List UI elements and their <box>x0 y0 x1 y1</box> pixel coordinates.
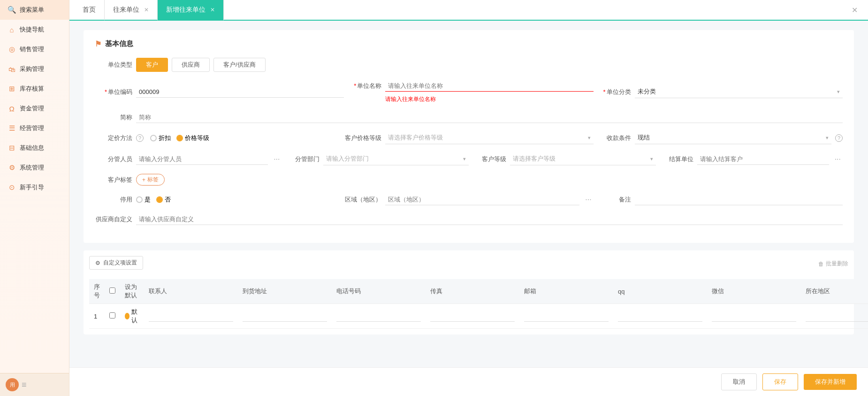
sidebar-item-search-menu[interactable]: 🔍 搜索菜单 <box>0 0 69 20</box>
unit-type-supplier-btn[interactable]: 供应商 <box>172 58 210 72</box>
payment-terms-group: 收款条件 现结 ▾ ? <box>594 132 843 144</box>
department-label: 分管部门 <box>282 155 320 163</box>
col-region: 所在地区 <box>801 279 868 304</box>
unit-category-group: *单位分类 未分类 ▾ <box>594 85 843 98</box>
col-default: 设为默认 <box>120 279 144 304</box>
sidebar-item-fund-mgmt[interactable]: Ω 资金管理 <box>0 99 69 118</box>
col-fax: 传真 <box>426 279 519 304</box>
settlement-input[interactable] <box>697 154 829 165</box>
sidebar-item-label: 销售管理 <box>20 45 44 54</box>
wechat-input[interactable] <box>712 311 796 322</box>
manager-input[interactable] <box>136 154 268 165</box>
search-menu-icon: 🔍 <box>8 6 16 14</box>
sales-icon: ◎ <box>8 45 16 54</box>
disabled-no-radio[interactable]: 否 <box>156 195 171 204</box>
settlement-unit-group: 结算单位 ··· <box>656 154 843 165</box>
col-email: 邮箱 <box>519 279 613 304</box>
pricing-row: 定价方法 ? 折扣 价格等级 客户价格等级 <box>95 132 843 144</box>
customer-level-select[interactable]: 请选择客户等级 ▾ <box>510 153 656 165</box>
save-button[interactable]: 保存 <box>762 373 798 390</box>
manager-more-btn[interactable]: ··· <box>272 155 282 163</box>
row-seq: 1 <box>89 304 105 329</box>
unit-name-input[interactable] <box>385 80 593 92</box>
sidebar-item-stock-calc[interactable]: ⊞ 库存核算 <box>0 79 69 99</box>
payment-terms-select[interactable]: 现结 ▾ <box>635 132 831 144</box>
yes-radio-circle <box>136 196 143 203</box>
remarks-input[interactable] <box>635 194 843 205</box>
col-wechat: 微信 <box>707 279 801 304</box>
phone-input[interactable] <box>336 311 421 322</box>
short-name-input[interactable] <box>136 112 843 123</box>
basic-info-section: ⚑ 基本信息 单位类型 客户 供应商 客户/供应商 *单位编码 <box>84 30 854 243</box>
customer-level-chevron: ▾ <box>650 156 653 162</box>
remarks-group: 备注 <box>594 194 843 205</box>
region-more-btn[interactable]: ··· <box>583 195 593 204</box>
email-input[interactable] <box>524 311 609 322</box>
short-name-group: 简称 <box>95 112 843 123</box>
short-name-row: 简称 <box>95 112 843 123</box>
row-checkbox-cell <box>105 304 120 329</box>
sidebar-item-guide[interactable]: ⊙ 新手引导 <box>0 178 69 197</box>
unit-type-label: 单位类型 <box>95 61 132 69</box>
tab-home[interactable]: 首页 <box>74 0 105 20</box>
row-checkbox[interactable] <box>109 312 115 318</box>
row-region-input[interactable] <box>806 311 868 322</box>
tab-partner-close[interactable]: ✕ <box>144 7 149 13</box>
disabled-yes-radio[interactable]: 是 <box>136 195 151 204</box>
fax-input[interactable] <box>430 311 515 322</box>
qq-input[interactable] <box>618 311 702 322</box>
save-new-button[interactable]: 保存并新增 <box>804 374 857 390</box>
pricing-help-icon[interactable]: ? <box>136 134 144 142</box>
pricing-method-group: 定价方法 ? 折扣 价格等级 <box>95 134 344 142</box>
batch-delete-btn[interactable]: 🗑 批量删除 <box>818 260 848 268</box>
short-name-label: 简称 <box>95 113 132 122</box>
unit-type-customer-btn[interactable]: 客户 <box>136 58 168 72</box>
col-qq: qq <box>613 279 707 304</box>
sidebar-item-label: 采购管理 <box>20 65 44 73</box>
cancel-button[interactable]: 取消 <box>721 373 757 390</box>
unit-code-input[interactable] <box>136 86 344 98</box>
window-close-button[interactable]: ✕ <box>846 6 863 15</box>
row-contact <box>144 304 238 329</box>
pricing-level-radio[interactable]: 价格等级 <box>176 134 209 142</box>
user-expand-icon: ≡ <box>22 380 27 390</box>
unit-category-select[interactable]: 未分类 ▾ <box>635 85 843 98</box>
code-name-category-row: *单位编码 *单位名称 请输入往来单位名称 *单位分类 未分类 <box>95 80 843 103</box>
tab-partner[interactable]: 往来单位 ✕ <box>105 0 158 20</box>
settlement-more-btn[interactable]: ··· <box>833 155 843 163</box>
plus-icon: + <box>142 177 145 183</box>
address-input[interactable] <box>243 311 327 322</box>
region-input[interactable] <box>385 194 579 205</box>
sidebar-item-basic-info[interactable]: ⊟ 基础信息 <box>0 138 69 158</box>
dept-chevron: ▾ <box>463 156 466 162</box>
supplier-custom-input[interactable] <box>136 214 843 225</box>
sidebar-item-purchase-mgmt[interactable]: 🛍 采购管理 <box>0 59 69 79</box>
sidebar-item-sales-mgmt[interactable]: ◎ 销售管理 <box>0 39 69 59</box>
sidebar-item-sys-mgmt[interactable]: ⚙ 系统管理 <box>0 158 69 178</box>
customer-price-level-select[interactable]: 请选择客户价格等级 ▾ <box>385 132 593 144</box>
payment-terms-help-icon[interactable]: ? <box>835 134 843 142</box>
row-default-radio[interactable]: 默认 <box>125 308 139 325</box>
col-seq: 序号 <box>89 279 105 304</box>
sidebar-item-quick-nav[interactable]: ⌂ 快捷导航 <box>0 20 69 39</box>
unit-type-both-btn[interactable]: 客户/供应商 <box>213 58 266 72</box>
disabled-group: 停用 是 否 <box>95 195 344 204</box>
custom-settings-btn[interactable]: ⚙ 自定义项设置 <box>89 256 143 270</box>
manager-label: 分管人员 <box>95 155 132 163</box>
department-group: 分管部门 请输入分管部门 ▾ <box>282 153 469 165</box>
customer-level-group: 客户等级 请选择客户等级 ▾ <box>469 153 656 165</box>
sidebar-item-label: 快捷导航 <box>20 25 44 34</box>
contact-input[interactable] <box>149 311 233 322</box>
unit-category-label: *单位分类 <box>594 88 631 96</box>
discount-radio-circle <box>150 135 157 141</box>
tab-new-partner[interactable]: 新增往来单位 ✕ <box>158 0 224 20</box>
unit-code-group: *单位编码 <box>95 86 344 98</box>
pricing-discount-radio[interactable]: 折扣 <box>150 134 171 142</box>
row-region <box>801 304 868 329</box>
department-select[interactable]: 请输入分管部门 ▾ <box>323 153 469 165</box>
select-all-checkbox[interactable] <box>109 287 115 294</box>
action-bar: 取消 保存 保存并新增 <box>69 367 868 396</box>
sidebar-item-ops-mgmt[interactable]: ☰ 经营管理 <box>0 118 69 138</box>
tab-new-partner-close[interactable]: ✕ <box>210 7 215 13</box>
add-tag-btn[interactable]: + 标签 <box>136 174 165 186</box>
